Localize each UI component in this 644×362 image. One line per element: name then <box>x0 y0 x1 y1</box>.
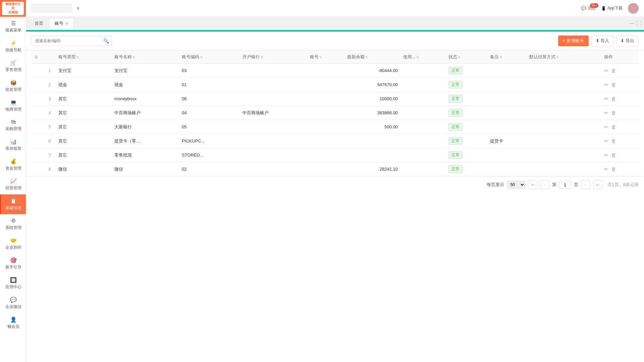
row-default-settle <box>527 148 601 162</box>
page-input[interactable] <box>559 181 571 189</box>
col-balance: 最新余额⇅ <box>344 51 400 64</box>
search-button[interactable]: 🔍 <box>101 36 112 46</box>
sidebar-item-search-menu[interactable]: ☰搜索菜单 <box>0 17 26 37</box>
account-tab-close[interactable]: ✕ <box>65 22 68 25</box>
sidebar-item-inventory-check[interactable]: 📊库存核算 <box>0 135 26 155</box>
sidebar-item-ecommerce-mgmt[interactable]: 💻电商管理 <box>0 96 26 116</box>
row-account <box>307 92 344 106</box>
delete-icon[interactable]: 🗑 <box>611 68 616 73</box>
sidebar-item-ops-mgmt[interactable]: 📈经营管理 <box>0 175 26 194</box>
sidebar-item-basic-info[interactable]: 📋基础信息 <box>0 194 26 214</box>
sidebar-item-label-enterprise-wechat: 企业微信 <box>2 304 24 310</box>
window-controls: — ⛶ <box>629 20 641 26</box>
sidebar-item-wholesale-mgmt[interactable]: 📦批发管理 <box>0 76 26 96</box>
import-button[interactable]: ⬆ 导入 <box>591 36 614 46</box>
sort-settle-icon[interactable]: ⇅ <box>556 55 559 59</box>
sidebar-item-fund-mgmt[interactable]: 💰资金管理 <box>0 155 26 175</box>
status-badge: 正常 <box>448 109 463 117</box>
topbar-dropdown-icon[interactable]: ▼ <box>76 6 80 11</box>
search-input[interactable] <box>32 37 101 45</box>
sort-usage-icon[interactable]: ⇅ <box>416 55 419 59</box>
delete-icon[interactable]: 🗑 <box>611 110 616 116</box>
sidebar-item-system-mgmt[interactable]: ⚙系统管理 <box>0 214 26 234</box>
row-name: 支付宝 <box>112 64 179 78</box>
row-type: 微信 <box>56 162 112 176</box>
sort-bank-icon[interactable]: ⇅ <box>261 55 263 59</box>
sidebar-item-enterprise-agreement[interactable]: 🤝企业协同 <box>0 234 26 254</box>
total-label: 共1页，8条记录 <box>608 182 639 188</box>
message-icon: 💬 <box>581 6 586 11</box>
prev-page-button[interactable]: ‹ <box>540 180 549 189</box>
sidebar-item-newbie-guide[interactable]: 🎯新手引导 <box>0 254 26 274</box>
row-status: 正常 <box>446 162 487 176</box>
row-account <box>307 64 344 78</box>
col-action: 操作 <box>601 51 639 64</box>
delete-icon[interactable]: 🗑 <box>611 166 616 172</box>
sort-balance-icon[interactable]: ⇅ <box>365 55 368 59</box>
minimize-icon[interactable]: — <box>629 20 635 26</box>
delete-icon[interactable]: 🗑 <box>611 82 616 87</box>
edit-icon[interactable]: ✏ <box>604 152 608 158</box>
row-bank: 中百商场账户 <box>240 106 307 120</box>
tab-account[interactable]: 账号 ✕ <box>49 18 74 29</box>
sidebar-item-membership[interactable]: 👤畅会员 <box>0 313 26 333</box>
edit-icon[interactable]: ✏ <box>604 138 608 144</box>
sidebar-item-quick-nav[interactable]: ⚡快捷导航 <box>0 37 26 56</box>
add-account-button[interactable]: + 新增账号 <box>558 36 589 46</box>
delete-icon[interactable]: 🗑 <box>611 96 616 102</box>
maximize-icon[interactable]: ⛶ <box>636 20 641 26</box>
topbar-right: 💬 消息 99+ 📱 App下载 <box>581 3 639 14</box>
sidebar-item-purchase-mgmt[interactable]: 🛍采购管理 <box>0 116 26 135</box>
first-page-button[interactable]: ⏮ <box>528 180 537 189</box>
tab-home[interactable]: 首页 <box>29 18 49 29</box>
status-badge: 正常 <box>448 67 463 74</box>
page-size-select[interactable]: 50 20 100 <box>507 181 525 189</box>
sidebar-item-label-inventory-check: 库存核算 <box>2 146 24 152</box>
accounts-table: ⚙ 账号类型⇅ 账号名称⇅ 账号编码⇅ 开户银行⇅ 账号⇅ 最新余额⇅ 使用..… <box>32 51 639 176</box>
app-download-button[interactable]: 📱 App下载 <box>601 5 623 11</box>
col-usage: 使用...⇅ <box>400 51 445 64</box>
sort-name-icon[interactable]: ⇅ <box>132 55 135 59</box>
next-page-button[interactable]: › <box>581 180 590 189</box>
delete-icon[interactable]: 🗑 <box>611 138 616 144</box>
edit-icon[interactable]: ✏ <box>604 68 608 74</box>
export-button[interactable]: ⬇ 导出 <box>616 36 639 46</box>
row-account <box>307 134 344 148</box>
sidebar-item-app-center[interactable]: 🔲应用中心 <box>0 274 26 293</box>
sort-status-icon[interactable]: ⇅ <box>458 55 461 59</box>
row-name: 大新银行 <box>112 120 179 134</box>
sort-type-icon[interactable]: ⇅ <box>76 55 79 59</box>
row-code: STORED... <box>179 148 240 162</box>
row-remark <box>487 64 527 78</box>
col-name: 账号名称⇅ <box>112 51 179 64</box>
edit-icon[interactable]: ✏ <box>604 166 608 172</box>
sidebar-item-enterprise-wechat[interactable]: 💬企业微信 <box>0 293 26 313</box>
sidebar-item-label-ecommerce-mgmt: 电商管理 <box>2 107 24 112</box>
col-bank: 开户银行⇅ <box>240 51 307 64</box>
table-row: 3 其它 moneybosx 06 10000.00 正常 ✏ 🗑 <box>32 92 639 106</box>
row-action: ✏ 🗑 <box>601 106 639 120</box>
row-settings <box>32 92 44 106</box>
delete-icon[interactable]: 🗑 <box>611 124 616 130</box>
topbar-search-input[interactable] <box>32 4 72 12</box>
sidebar-item-label-system-mgmt: 系统管理 <box>2 225 24 231</box>
row-default-settle <box>527 134 601 148</box>
sidebar-item-label-membership: 畅会员 <box>2 324 24 329</box>
sidebar-item-retail-mgmt[interactable]: 🛒零售管理 <box>0 56 26 76</box>
edit-icon[interactable]: ✏ <box>604 96 608 102</box>
sort-code-icon[interactable]: ⇅ <box>200 55 203 59</box>
row-bank <box>240 134 307 148</box>
user-avatar[interactable] <box>628 3 639 14</box>
messages-button[interactable]: 💬 消息 99+ <box>581 5 596 11</box>
app-center-icon: 🔲 <box>2 277 24 283</box>
sort-account-icon[interactable]: ⇅ <box>319 55 322 59</box>
edit-icon[interactable]: ✏ <box>604 110 608 116</box>
row-type: 其它 <box>56 92 112 106</box>
settings-icon[interactable]: ⚙ <box>34 55 38 60</box>
edit-icon[interactable]: ✏ <box>604 82 608 88</box>
delete-icon[interactable]: 🗑 <box>611 152 616 158</box>
sort-remark-icon[interactable]: ⇅ <box>499 55 502 59</box>
row-remark <box>487 78 527 92</box>
edit-icon[interactable]: ✏ <box>604 124 608 130</box>
last-page-button[interactable]: ⏭ <box>593 180 602 189</box>
